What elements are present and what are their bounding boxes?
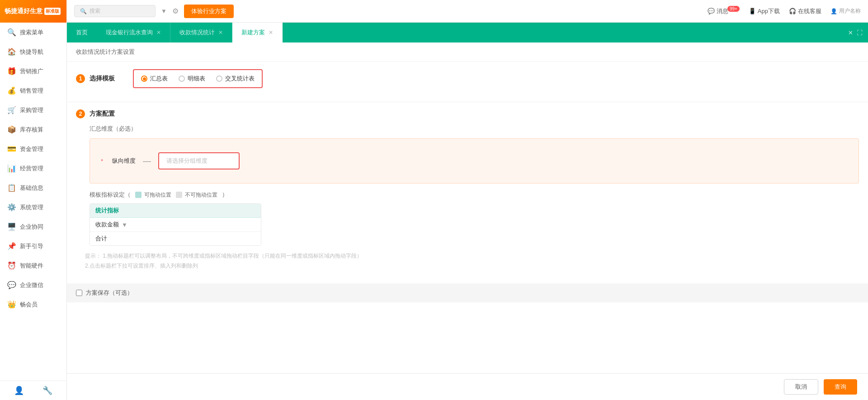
sidebar-item-smart-hw[interactable]: ⏰ 智能硬件 (0, 256, 66, 275)
tab-bank-flow[interactable]: 现金银行流水查询 ✕ (97, 23, 170, 42)
indicator-settings: 模板指标设定（ 可拖动位置 不可拖动位置 ） (90, 191, 859, 246)
purchase-icon: 🛒 (7, 106, 16, 114)
msg-badge: 99+ (727, 6, 740, 12)
download-label: App下载 (758, 7, 780, 15)
msg-item[interactable]: 💬 消息 99+ (708, 7, 740, 15)
user-avatar-icon: 👤 (830, 8, 837, 14)
indicator-dropdown-0-icon[interactable]: ▼ (122, 221, 127, 228)
marketing-icon: 🎁 (7, 67, 16, 75)
tab-bank-flow-label: 现金银行流水查询 (106, 28, 153, 37)
service-icon: 🎧 (789, 8, 796, 14)
breadcrumb-text: 收款情况统计方案设置 (76, 48, 135, 55)
radio-summary[interactable]: 汇总表 (141, 75, 168, 83)
legend-draggable: 可拖动位置 (135, 191, 171, 199)
topbar-search-box[interactable]: 🔍 搜索 (74, 5, 156, 17)
sidebar-item-quick-nav[interactable]: 🏠 快捷导航 (0, 42, 66, 61)
vertical-dimension-label: 纵向维度 (112, 157, 136, 165)
radio-detail-dot[interactable] (179, 75, 185, 82)
indicator-table-section-label: 统计指标 (90, 204, 261, 218)
sidebar-item-sales[interactable]: 💰 销售管理 (0, 81, 66, 100)
tab-new-plan-label: 新建方案 (241, 28, 265, 37)
sidebar-item-corp-wechat[interactable]: 💬 企业微信 (0, 275, 66, 295)
dropdown-arrow-icon[interactable]: ▼ (161, 8, 167, 14)
dimension-select-box[interactable]: 请选择分组维度 (158, 152, 240, 169)
tab-new-plan-close-icon[interactable]: ✕ (269, 29, 273, 36)
query-button[interactable]: 查询 (824, 379, 857, 395)
indicator-name-0: 收款金额 (95, 221, 119, 229)
settings-icon[interactable]: 🔧 (42, 386, 52, 395)
sidebar-item-marketing[interactable]: 🎁 营销推广 (0, 61, 66, 81)
tab-receipt-stat-close-icon[interactable]: ✕ (218, 29, 223, 36)
radio-summary-label: 汇总表 (150, 75, 168, 83)
sidebar-item-label: 系统管理 (20, 203, 43, 212)
tab-receipt-stat[interactable]: 收款情况统计 ✕ (170, 23, 232, 42)
window-close-icon[interactable]: ✕ (848, 29, 853, 36)
step2-label: 方案配置 (90, 110, 115, 118)
arrow-icon: — (143, 156, 151, 166)
radio-cross-dot[interactable] (216, 75, 222, 82)
page-content: 收款情况统计方案设置 1 选择模板 汇总表 (67, 42, 868, 373)
search-placeholder: 搜索 (90, 7, 100, 15)
tip-line1: 提示： 1.拖动标题栏可以调整布局，不可跨维度或指标区域拖动栏目字段（只能在同一… (85, 251, 850, 261)
indicator-header: 模板指标设定（ 可拖动位置 不可拖动位置 ） (90, 191, 859, 199)
sidebar-item-label: 采购管理 (20, 106, 43, 114)
tab-receipt-stat-label: 收款情况统计 (179, 28, 215, 37)
radio-detail[interactable]: 明细表 (179, 75, 205, 83)
gear-icon[interactable]: ⚙ (172, 7, 179, 15)
sidebar-item-operation[interactable]: 📊 经营管理 (0, 159, 66, 178)
sidebar-item-inventory[interactable]: 📦 库存核算 (0, 120, 66, 139)
sidebar-logo: 畅捷通好生意 标准版 (0, 0, 66, 23)
step1-section: 1 选择模板 汇总表 明细表 (67, 62, 868, 102)
service-item[interactable]: 🎧 在线客服 (789, 7, 821, 15)
indicator-cell-name-0: 收款金额 ▼ (95, 221, 255, 229)
vip-icon: 👑 (7, 300, 16, 309)
tabbar-actions: ✕ ⛶ (848, 29, 868, 36)
radio-detail-label: 明细表 (188, 75, 205, 83)
sidebar-item-label: 销售管理 (20, 87, 43, 95)
sidebar-item-vip[interactable]: 👑 畅会员 (0, 295, 66, 314)
newbie-icon: 📌 (7, 242, 16, 250)
save-plan-checkbox[interactable] (76, 290, 82, 296)
tab-home[interactable]: 首页 (67, 28, 97, 37)
sidebar-item-corp-coop[interactable]: 🖥️ 企业协同 (0, 217, 66, 236)
sidebar-item-label: 畅会员 (20, 301, 38, 309)
sidebar-item-label: 智能硬件 (20, 262, 43, 270)
dimension-subsection-label: 汇总维度（必选） (90, 125, 859, 133)
indicator-row-1: 合计 (90, 232, 261, 245)
sidebar-item-search-menu[interactable]: 🔍 搜索菜单 (0, 23, 66, 42)
service-label: 在线客服 (798, 7, 821, 15)
sidebar-item-label: 搜索菜单 (20, 28, 43, 37)
sidebar-item-label: 企业微信 (20, 281, 43, 289)
legend-nodrag: 不可拖动位置 (176, 191, 217, 199)
window-expand-icon[interactable]: ⛶ (857, 29, 863, 36)
download-item[interactable]: 📱 App下载 (749, 7, 780, 15)
legend-draggable-box (135, 192, 142, 198)
indicator-name-1: 合计 (95, 235, 107, 243)
quick-nav-icon: 🏠 (7, 47, 16, 56)
sidebar-item-label: 基础信息 (20, 184, 43, 192)
sidebar-item-label: 快捷导航 (20, 48, 43, 56)
tab-new-plan[interactable]: 新建方案 ✕ (232, 23, 283, 42)
indicator-title-suffix: ） (222, 191, 228, 199)
sidebar-item-capital[interactable]: 💳 资金管理 (0, 139, 66, 159)
industry-btn[interactable]: 体验行业方案 (184, 5, 234, 18)
logo-badge: 标准版 (44, 8, 61, 15)
basic-info-icon: 📋 (7, 184, 16, 192)
user-name[interactable]: 👤 用户名称 (830, 7, 861, 15)
system-icon: ⚙️ (7, 203, 16, 212)
step2-badge: 2 (76, 109, 85, 118)
tab-bank-flow-close-icon[interactable]: ✕ (156, 29, 161, 36)
sidebar-item-purchase[interactable]: 🛒 采购管理 (0, 100, 66, 120)
breadcrumb: 收款情况统计方案设置 (67, 42, 868, 62)
user-icon[interactable]: 👤 (14, 386, 24, 395)
radio-summary-dot[interactable] (141, 75, 147, 82)
sidebar-item-system[interactable]: ⚙️ 系统管理 (0, 198, 66, 217)
required-star: * (101, 158, 103, 165)
operation-icon: 📊 (7, 164, 16, 173)
radio-cross[interactable]: 交叉统计表 (216, 75, 255, 83)
dimension-subsection: 汇总维度（必选） * 纵向维度 — 请选择分组维度 模板指标设定（ (76, 125, 859, 246)
sidebar-item-newbie[interactable]: 📌 新手引导 (0, 236, 66, 256)
cancel-button[interactable]: 取消 (784, 379, 818, 395)
sidebar-item-basic-info[interactable]: 📋 基础信息 (0, 178, 66, 198)
sidebar-item-label: 企业协同 (20, 223, 43, 231)
